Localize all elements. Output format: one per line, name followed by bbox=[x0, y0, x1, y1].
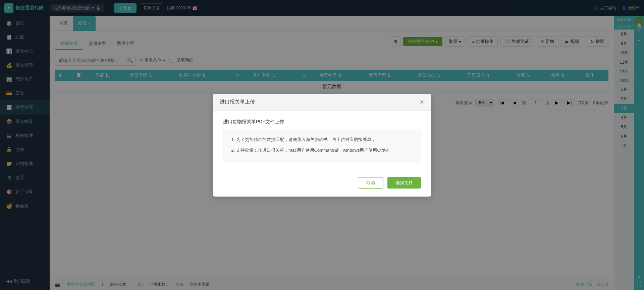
modal-body: 进口货物报关单PDF文件上传 为了更加精准的数据匹配，请先录入海关缴款书，再上传… bbox=[213, 111, 431, 177]
modal-instruction-2: 支持批量上传进口报关单，mac用户使用Command键，windows用户使用C… bbox=[236, 146, 414, 155]
modal-instruction-1: 为了更加精准的数据匹配，请先录入海关缴款书，再上传对应的报关单； bbox=[236, 135, 414, 144]
modal: 进口报关单上传 ✕ 进口货物报关单PDF文件上传 为了更加精准的数据匹配，请先录… bbox=[213, 94, 431, 197]
modal-select-file-button[interactable]: 选择文件 bbox=[387, 177, 421, 189]
modal-close-button[interactable]: ✕ bbox=[419, 98, 424, 106]
modal-title: 进口报关单上传 bbox=[220, 99, 255, 105]
modal-section-title: 进口货物报关单PDF文件上传 bbox=[223, 119, 421, 125]
modal-overlay[interactable]: 进口报关单上传 ✕ 进口货物报关单PDF文件上传 为了更加精准的数据匹配，请先录… bbox=[0, 0, 644, 290]
modal-info-box: 为了更加精准的数据匹配，请先录入海关缴款书，再上传对应的报关单； 支持批量上传进… bbox=[223, 130, 421, 162]
modal-instructions: 为了更加精准的数据匹配，请先录入海关缴款书，再上传对应的报关单； 支持批量上传进… bbox=[230, 135, 414, 155]
modal-header: 进口报关单上传 ✕ bbox=[213, 94, 431, 111]
modal-cancel-button[interactable]: 取消 bbox=[358, 177, 383, 189]
modal-footer: 取消 选择文件 bbox=[213, 177, 431, 197]
